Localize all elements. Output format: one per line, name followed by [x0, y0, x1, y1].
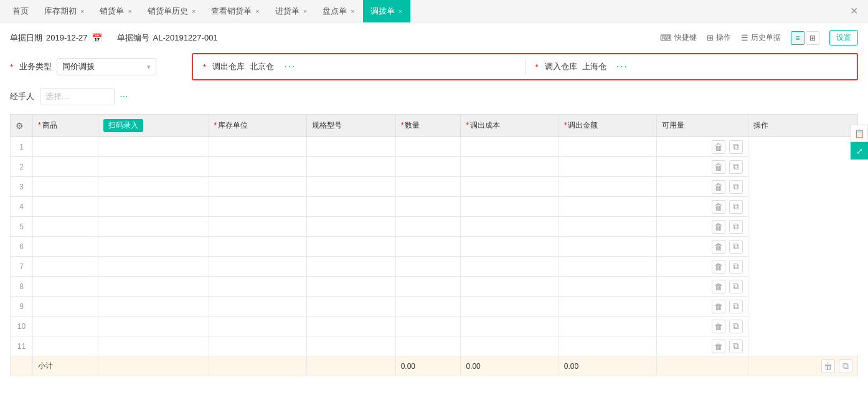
row-unit-3[interactable]: [98, 177, 209, 197]
row-available-10[interactable]: [559, 316, 656, 336]
row-copy-btn-4[interactable]: ⧉: [729, 200, 743, 214]
row-qty-11[interactable]: [306, 336, 395, 356]
row-unit-8[interactable]: [98, 277, 209, 297]
row-cost-8[interactable]: [395, 277, 461, 297]
tab-transfer[interactable]: 调拨单 ×: [363, 0, 410, 22]
row-amount-4[interactable]: [461, 197, 559, 217]
row-available-11[interactable]: [559, 336, 656, 356]
footer-copy-btn[interactable]: ⧉: [839, 359, 852, 373]
row-unit-9[interactable]: [98, 297, 209, 316]
row-spec-5[interactable]: [209, 217, 306, 237]
row-available-7[interactable]: [559, 257, 656, 277]
business-type-select[interactable]: 同价调拨 ▾: [57, 58, 156, 75]
row-amount-1[interactable]: [461, 137, 559, 157]
tab-sales-order[interactable]: 销货单 ×: [92, 0, 139, 22]
row-amount-3[interactable]: [461, 177, 559, 197]
out-warehouse-dots[interactable]: ···: [284, 61, 296, 72]
row-product-10[interactable]: [33, 316, 98, 336]
float-note-btn[interactable]: 📋: [851, 125, 868, 142]
row-amount-5[interactable]: [461, 217, 559, 237]
row-copy-btn-3[interactable]: ⧉: [729, 180, 743, 194]
operations-btn[interactable]: ⊞ 操作: [707, 32, 731, 43]
row-unit-11[interactable]: [98, 336, 209, 356]
row-product-1[interactable]: [33, 137, 98, 157]
scan-barcode-btn[interactable]: 扫码录入: [103, 119, 143, 132]
row-amount-6[interactable]: [461, 237, 559, 257]
row-delete-btn-1[interactable]: 🗑: [712, 140, 725, 154]
row-qty-3[interactable]: [306, 177, 395, 197]
row-product-8[interactable]: [33, 277, 98, 297]
row-qty-9[interactable]: [306, 297, 395, 316]
row-cost-3[interactable]: [395, 177, 461, 197]
row-delete-btn-11[interactable]: 🗑: [712, 340, 725, 353]
row-spec-10[interactable]: [209, 316, 306, 336]
row-unit-7[interactable]: [98, 257, 209, 277]
row-spec-11[interactable]: [209, 336, 306, 356]
row-delete-btn-9[interactable]: 🗑: [712, 300, 725, 313]
row-available-2[interactable]: [559, 157, 656, 177]
row-unit-4[interactable]: [98, 197, 209, 217]
tab-inventory-count[interactable]: 盘点单 ×: [315, 0, 362, 22]
row-unit-6[interactable]: [98, 237, 209, 257]
row-amount-2[interactable]: [461, 157, 559, 177]
row-delete-btn-5[interactable]: 🗑: [712, 220, 725, 234]
row-qty-8[interactable]: [306, 277, 395, 297]
row-available-5[interactable]: [559, 217, 656, 237]
row-copy-btn-2[interactable]: ⧉: [729, 160, 743, 174]
row-available-3[interactable]: [559, 177, 656, 197]
row-spec-7[interactable]: [209, 257, 306, 277]
tab-inventory-init[interactable]: 库存期初 ×: [37, 0, 92, 22]
calendar-icon[interactable]: 📅: [92, 33, 102, 43]
row-cost-11[interactable]: [395, 336, 461, 356]
row-delete-btn-2[interactable]: 🗑: [712, 160, 725, 174]
row-product-2[interactable]: [33, 157, 98, 177]
in-warehouse-dots[interactable]: ···: [616, 61, 628, 72]
handler-dots-btn[interactable]: ···: [120, 91, 128, 102]
row-amount-8[interactable]: [461, 277, 559, 297]
row-spec-2[interactable]: [209, 157, 306, 177]
row-qty-1[interactable]: [306, 137, 395, 157]
shortcuts-btn[interactable]: ⌨ 快捷键: [660, 32, 697, 43]
float-expand-btn[interactable]: ⤢: [851, 142, 868, 159]
tab-bar-close-btn[interactable]: ✕: [845, 5, 863, 17]
row-cost-9[interactable]: [395, 297, 461, 316]
row-cost-4[interactable]: [395, 197, 461, 217]
row-cost-1[interactable]: [395, 137, 461, 157]
history-btn[interactable]: ☰ 历史单据: [741, 32, 781, 43]
row-unit-1[interactable]: [98, 137, 209, 157]
row-copy-btn-8[interactable]: ⧉: [729, 280, 743, 293]
row-amount-9[interactable]: [461, 297, 559, 316]
row-delete-btn-4[interactable]: 🗑: [712, 200, 725, 214]
row-cost-2[interactable]: [395, 157, 461, 177]
row-qty-7[interactable]: [306, 257, 395, 277]
row-amount-11[interactable]: [461, 336, 559, 356]
tab-close-transfer[interactable]: ×: [399, 7, 402, 15]
tab-close-inventory-init[interactable]: ×: [80, 7, 84, 15]
row-available-8[interactable]: [559, 277, 656, 297]
row-copy-btn-9[interactable]: ⧉: [729, 300, 743, 313]
row-delete-btn-7[interactable]: 🗑: [712, 260, 725, 274]
tab-close-sales-history[interactable]: ×: [192, 7, 196, 15]
tab-purchase[interactable]: 进货单 ×: [268, 0, 315, 22]
row-cost-10[interactable]: [395, 316, 461, 336]
layout-btn-grid[interactable]: ⊞: [806, 31, 819, 45]
row-spec-9[interactable]: [209, 297, 306, 316]
row-product-4[interactable]: [33, 197, 98, 217]
row-product-6[interactable]: [33, 237, 98, 257]
row-copy-btn-11[interactable]: ⧉: [729, 340, 743, 353]
row-spec-3[interactable]: [209, 177, 306, 197]
row-copy-btn-10[interactable]: ⧉: [729, 320, 743, 333]
th-settings[interactable]: ⚙: [11, 115, 33, 137]
row-product-7[interactable]: [33, 257, 98, 277]
tab-close-purchase[interactable]: ×: [303, 7, 307, 15]
row-qty-2[interactable]: [306, 157, 395, 177]
row-spec-4[interactable]: [209, 197, 306, 217]
row-copy-btn-6[interactable]: ⧉: [729, 240, 743, 254]
row-cost-5[interactable]: [395, 217, 461, 237]
tab-close-sales-order[interactable]: ×: [128, 7, 131, 15]
row-copy-btn-7[interactable]: ⧉: [729, 260, 743, 274]
row-available-1[interactable]: [559, 137, 656, 157]
row-product-5[interactable]: [33, 217, 98, 237]
row-qty-5[interactable]: [306, 217, 395, 237]
row-unit-5[interactable]: [98, 217, 209, 237]
